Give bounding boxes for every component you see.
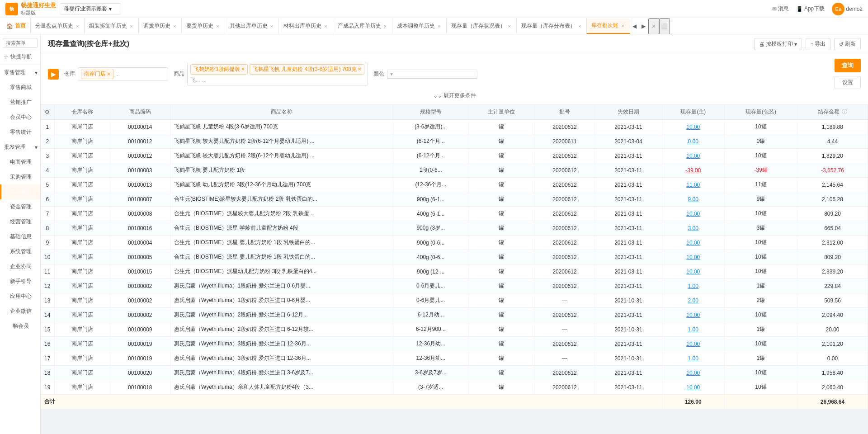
- tab-9[interactable]: 现存量（库存状况表） ×: [447, 19, 517, 34]
- page-header: 现存量查询(按仓库+批次) 🖨 按模板打印 ▾ ↑ 导出 ↺ 刷新: [41, 34, 868, 54]
- sidebar-item-member2[interactable]: 畅会员: [0, 319, 40, 334]
- tab-1[interactable]: 分量盘点单历史 ×: [31, 19, 85, 34]
- tab-6[interactable]: 材料出库单历史 ×: [279, 19, 333, 34]
- amount-info-icon[interactable]: ⓘ: [842, 108, 847, 115]
- query-btn[interactable]: 查询: [835, 59, 861, 72]
- sidebar-item-retail-shop[interactable]: 零售商城: [0, 80, 40, 95]
- tab-3[interactable]: 调拨单历史 ×: [139, 19, 182, 34]
- product-tag-1-close[interactable]: ×: [358, 66, 361, 72]
- tab-close-5[interactable]: ×: [269, 23, 274, 29]
- row-qty-main[interactable]: 3.00: [662, 221, 724, 236]
- user-avatar[interactable]: Ea demo2: [832, 3, 863, 15]
- chevron-icon-2: ▾: [35, 144, 38, 151]
- row-qty-main[interactable]: 1.00: [662, 279, 724, 293]
- row-spec: (3-6岁适用)...: [393, 120, 468, 134]
- row-qty-main[interactable]: -39.00: [662, 163, 724, 178]
- sidebar-item-retail-stats[interactable]: 零售统计: [0, 125, 40, 140]
- table-row: 13 南岸门店 00100002 惠氏启蒙（Wyeth illuma）1段奶粉 …: [41, 293, 868, 308]
- tab-close-4[interactable]: ×: [215, 23, 220, 29]
- product-more-btn[interactable]: 飞...: [190, 76, 200, 84]
- tab-11[interactable]: 库存批次账 ×: [587, 19, 630, 34]
- row-qty-main[interactable]: 10.00: [662, 337, 724, 351]
- color-dropdown-icon[interactable]: ▾: [390, 71, 393, 77]
- row-qty-main[interactable]: 10.00: [662, 308, 724, 322]
- warehouse-tag-close[interactable]: ×: [107, 71, 110, 77]
- export-btn[interactable]: ↑ 导出: [806, 38, 830, 50]
- tab-close-10[interactable]: ×: [577, 23, 582, 29]
- tab-close-8[interactable]: ×: [437, 23, 441, 29]
- row-qty-main[interactable]: 10.00: [662, 250, 724, 264]
- tab-8[interactable]: 成本调整单历史 ×: [392, 19, 446, 34]
- sidebar-item-wechat[interactable]: 企业微信: [0, 304, 40, 319]
- sidebar-item-wholesale[interactable]: 批发管理 ▾: [0, 140, 40, 155]
- color-tag-box[interactable]: ▾: [387, 70, 477, 79]
- product-tag-0-close[interactable]: ×: [241, 66, 245, 72]
- account-dropdown[interactable]: 母婴行业演示账套 ▾: [60, 3, 121, 14]
- tab-maximize-btn[interactable]: ⬜: [659, 18, 670, 34]
- row-qty-main[interactable]: 11.00: [662, 178, 724, 192]
- tab-close-11[interactable]: ×: [620, 23, 625, 29]
- tab-5[interactable]: 其他出库单历史 ×: [225, 19, 279, 34]
- row-qty-main[interactable]: 0.00: [662, 134, 724, 149]
- sidebar-item-purchase[interactable]: 采购管理: [0, 170, 40, 184]
- tab-close-9[interactable]: ×: [507, 23, 512, 29]
- row-qty-main[interactable]: 1.00: [662, 351, 724, 366]
- table-row: 6 南岸门店 00100007 合生元(BIOSTIME)派星较大婴儿配方奶粉 …: [41, 192, 868, 207]
- sidebar-item-enterprise[interactable]: 企业协同: [0, 259, 40, 274]
- tab-home[interactable]: 🏠 首页: [2, 19, 31, 34]
- sidebar-item-retail-mgmt[interactable]: 零售管理 ▾: [0, 65, 40, 80]
- tab-prev-btn[interactable]: ◀: [630, 18, 639, 34]
- product-tag-more-btn[interactable]: ...: [202, 77, 207, 83]
- row-qty-main[interactable]: 10.00: [662, 207, 724, 221]
- tab-close-1[interactable]: ×: [75, 23, 80, 29]
- tab-10[interactable]: 现存量（库存分布表） ×: [517, 19, 587, 34]
- sidebar-item-finance[interactable]: 资金管理: [0, 199, 40, 214]
- tab-2[interactable]: 组装拆卸单历史 ×: [85, 19, 138, 34]
- sidebar-item-guide[interactable]: 新手引导: [0, 274, 40, 289]
- row-qty-pkg: 1罐: [724, 279, 797, 293]
- filter-expand-arrow[interactable]: ▶: [48, 69, 59, 80]
- warehouse-more-btn[interactable]: ...: [115, 71, 120, 77]
- product-tag-box[interactable]: 飞鹤奶粉3段两提装 × 飞鹤星飞帆 儿童奶粉 4段(3-6岁适用) 700克 ×…: [187, 63, 368, 85]
- row-qty-main[interactable]: 9.00: [662, 192, 724, 207]
- message-btn[interactable]: ✉ 消息: [772, 5, 789, 13]
- tab-close-all-btn[interactable]: ×: [648, 18, 659, 34]
- app-download-btn[interactable]: 📱 App下载: [796, 5, 825, 13]
- row-spec: 900g (0-6...: [393, 236, 468, 250]
- row-qty-main[interactable]: 10.00: [662, 236, 724, 250]
- row-qty-main[interactable]: 2.00: [662, 293, 724, 308]
- row-qty-main[interactable]: 1.00: [662, 322, 724, 337]
- refresh-btn[interactable]: ↺ 刷新: [834, 38, 861, 50]
- expand-more-btn[interactable]: ⌄⌄ 展开更多条件: [433, 92, 476, 99]
- sidebar-item-member[interactable]: 会员中心: [0, 110, 40, 125]
- row-name: 惠氏启蒙（Wyeth illuma）1段奶粉 爱尔兰进口 0-6月婴...: [170, 279, 393, 293]
- row-qty-main[interactable]: 10.00: [662, 264, 724, 279]
- tab-next-btn[interactable]: ▶: [639, 18, 648, 34]
- tab-close-7[interactable]: ×: [383, 23, 387, 29]
- row-qty-main[interactable]: 10.00: [662, 366, 724, 380]
- tab-7[interactable]: 产成品入库单历史 ×: [333, 19, 392, 34]
- sidebar-item-marketing[interactable]: 营销推广: [0, 95, 40, 110]
- search-input[interactable]: [3, 38, 38, 48]
- quick-nav-item[interactable]: ☆ 快捷导航: [0, 51, 40, 63]
- sidebar-item-operations[interactable]: 经营管理: [0, 214, 40, 229]
- setting-btn[interactable]: 设置: [835, 76, 861, 89]
- row-qty-main[interactable]: 10.00: [662, 149, 724, 163]
- top-bar-right: ✉ 消息 📱 App下载 Ea demo2: [772, 3, 863, 15]
- sidebar-item-basic-info[interactable]: 基础信息: [0, 229, 40, 244]
- tab-4[interactable]: 要货单历史 ×: [182, 19, 225, 34]
- sidebar-item-app-center[interactable]: 应用中心: [0, 289, 40, 304]
- row-qty-pkg: 11罐: [724, 178, 797, 192]
- tab-close-2[interactable]: ×: [129, 23, 133, 29]
- printer-icon: 🖨: [759, 41, 764, 47]
- tab-close-3[interactable]: ×: [172, 23, 177, 29]
- row-qty-main[interactable]: 10.00: [662, 120, 724, 134]
- template-print-btn[interactable]: 🖨 按模板打印 ▾: [754, 38, 802, 50]
- sidebar-item-system[interactable]: 系统管理: [0, 244, 40, 259]
- row-qty-main[interactable]: 10.00: [662, 380, 724, 395]
- tab-close-6[interactable]: ×: [323, 23, 328, 29]
- sidebar-item-ecommerce[interactable]: 电商管理: [0, 155, 40, 170]
- sidebar-item-inventory[interactable]: 库存核算: [0, 184, 40, 199]
- warehouse-tag-box[interactable]: 南岸门店 × ...: [78, 67, 168, 80]
- col-settings[interactable]: ⚙: [41, 104, 54, 120]
